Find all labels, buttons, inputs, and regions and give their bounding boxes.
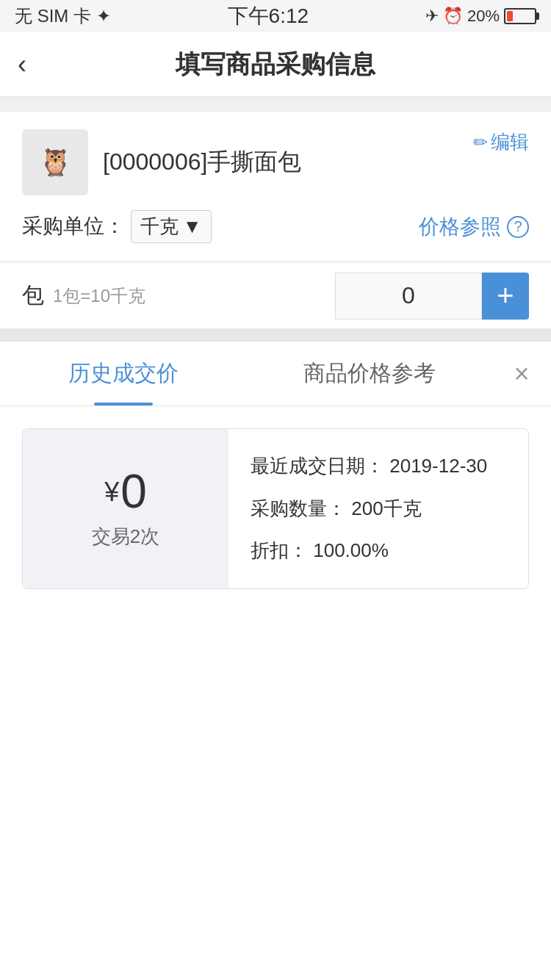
- tabs-header: 历史成交价 商品价格参考 ×: [0, 342, 551, 406]
- section-separator: [0, 328, 551, 342]
- product-name: [0000006]手撕面包: [103, 146, 301, 179]
- tabs-close-button[interactable]: ×: [492, 342, 551, 406]
- help-icon: ?: [507, 216, 529, 238]
- page-title: 填写商品采购信息: [176, 48, 375, 82]
- quantity-controls: +: [335, 273, 529, 320]
- product-thumbnail: 🦉: [22, 129, 88, 195]
- quantity-plus-button[interactable]: +: [482, 273, 529, 320]
- nav-bar: ‹ 填写商品采购信息: [0, 32, 551, 97]
- price-right-panel: 最近成交日期： 2019-12-30 采购数量： 200千克 折扣： 100.0…: [228, 429, 528, 588]
- unit-dropdown[interactable]: 千克 ▼: [131, 210, 212, 243]
- product-image-icon: 🦉: [39, 147, 72, 178]
- unit-section: 采购单位： 千克 ▼: [22, 210, 212, 243]
- tabs-section: 历史成交价 商品价格参考 × ¥ 0 交易2次 最近成交日期： 2019-12-…: [0, 342, 551, 980]
- product-header: 🦉 [0000006]手撕面包 ✏ 编辑: [22, 129, 529, 195]
- price-number: 0: [120, 468, 147, 515]
- back-button[interactable]: ‹: [18, 49, 26, 80]
- price-card: ¥ 0 交易2次 最近成交日期： 2019-12-30 采购数量： 200千克 …: [22, 428, 529, 589]
- quantity-input[interactable]: [335, 273, 482, 320]
- price-left-panel: ¥ 0 交易2次: [23, 429, 228, 588]
- price-purchase-qty: 采购数量： 200千克: [251, 494, 506, 525]
- product-unit-row: 采购单位： 千克 ▼ 价格参照 ?: [22, 210, 529, 243]
- product-left: 🦉 [0000006]手撕面包: [22, 129, 301, 195]
- price-content: ¥ 0 交易2次 最近成交日期： 2019-12-30 采购数量： 200千克 …: [0, 406, 551, 611]
- price-recent-date: 最近成交日期： 2019-12-30: [251, 451, 506, 482]
- quantity-unit-note: 1包=10千克: [53, 284, 145, 308]
- price-amount: ¥ 0: [104, 468, 147, 515]
- sim-label: 无 SIM 卡 ✦: [15, 4, 111, 28]
- quantity-section: 包 1包=10千克 +: [0, 262, 551, 328]
- alarm-icon: ⏰: [443, 7, 463, 26]
- status-right: ✈ ⏰ 20%: [425, 7, 536, 26]
- edit-button[interactable]: ✏ 编辑: [473, 129, 529, 155]
- tab-price-reference[interactable]: 商品价格参考: [246, 342, 492, 406]
- status-left: 无 SIM 卡 ✦: [15, 4, 111, 28]
- price-currency: ¥: [104, 477, 119, 508]
- battery-icon: [504, 8, 536, 24]
- tab-history-price[interactable]: 历史成交价: [0, 342, 246, 406]
- quantity-label: 包 1包=10千克: [22, 281, 145, 311]
- status-bar: 无 SIM 卡 ✦ 下午6:12 ✈ ⏰ 20%: [0, 0, 551, 32]
- status-time: 下午6:12: [228, 2, 309, 30]
- edit-icon: ✏: [473, 132, 488, 153]
- product-section: 🦉 [0000006]手撕面包 ✏ 编辑 采购单位： 千克 ▼ 价格参照 ?: [0, 112, 551, 261]
- price-discount: 折扣： 100.00%: [251, 536, 506, 566]
- white-content-area: [0, 611, 551, 980]
- price-reference-button[interactable]: 价格参照 ?: [419, 213, 529, 241]
- battery-percent: 20%: [467, 7, 500, 26]
- price-trade-count: 交易2次: [92, 524, 159, 550]
- nav-icon: ✈: [425, 7, 439, 26]
